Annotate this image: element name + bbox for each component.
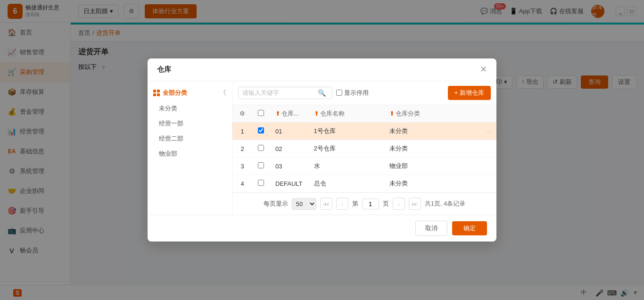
modal-close-button[interactable]: ✕ [480, 65, 487, 74]
col-category[interactable]: ⬆仓库分类 [384, 105, 496, 123]
row-category: 未分类 [389, 144, 408, 153]
warehouse-table: ⚙ ⬆仓库... ⬆仓库名称 ⬆仓库分类 1 01 1号仓库 [232, 105, 496, 193]
next-page-button[interactable]: › [393, 198, 405, 210]
page-number-input[interactable] [362, 199, 379, 209]
per-page-select[interactable]: 50 100 200 [292, 198, 316, 210]
row-index: 1 [232, 122, 252, 140]
modal-overlay[interactable]: 仓库 ✕ 全部分类 《 未分类 经营一部 经营二部 物业部 [0, 0, 644, 300]
tree-item-dept2[interactable]: 经营二部 [148, 131, 232, 146]
col-gear: ⚙ [232, 105, 252, 123]
row-category: 未分类 [389, 127, 408, 135]
modal-body: 全部分类 《 未分类 经营一部 经营二部 物业部 🔍 [148, 81, 496, 215]
show-disabled-checkbox[interactable] [336, 90, 342, 96]
page-label-pre: 第 [352, 200, 358, 208]
row-index: 2 [232, 140, 252, 158]
last-page-button[interactable]: ⏭ [409, 198, 421, 210]
modal-title: 仓库 [157, 65, 171, 74]
collapse-icon[interactable]: 《 [220, 89, 226, 97]
row-checkbox[interactable] [258, 162, 264, 168]
table-row[interactable]: 3 03 水 物业部 [232, 158, 496, 175]
tree-item-unclassified[interactable]: 未分类 [148, 101, 232, 116]
row-name: 水 [308, 158, 384, 175]
row-code: 01 [270, 122, 308, 140]
col-code[interactable]: ⬆仓库... [270, 105, 308, 123]
page-label: 页 [383, 200, 389, 208]
row-checkbox[interactable] [258, 127, 264, 133]
tree-item-dept1[interactable]: 经营一部 [148, 116, 232, 131]
row-name: 1号仓库 [308, 122, 384, 140]
confirm-button[interactable]: 确定 [452, 221, 487, 235]
warehouse-modal: 仓库 ✕ 全部分类 《 未分类 经营一部 经营二部 物业部 [148, 58, 496, 242]
show-disabled-label: 显示停用 [336, 89, 369, 97]
row-code: 03 [270, 158, 308, 175]
col-checkbox [252, 105, 270, 123]
pagination-bar: 每页显示 50 100 200 ⏮ ‹ 第 页 › ⏭ 共1页, 4条记录 [232, 192, 496, 215]
modal-footer: 取消 确定 [148, 215, 496, 242]
row-name: 总仓 [308, 175, 384, 192]
add-warehouse-button[interactable]: + 新增仓库 [448, 86, 491, 100]
table-row[interactable]: 2 02 2号仓库 未分类 [232, 140, 496, 158]
total-info: 共1页, 4条记录 [425, 200, 466, 208]
row-index: 3 [232, 158, 252, 175]
search-wrap: 🔍 [238, 87, 332, 99]
table-header-row: ⚙ ⬆仓库... ⬆仓库名称 ⬆仓库分类 [232, 105, 496, 123]
table-row[interactable]: 4 DEFAULT 总仓 未分类 [232, 175, 496, 192]
per-page-label: 每页显示 [264, 200, 288, 208]
search-input[interactable] [242, 89, 318, 96]
prev-page-button[interactable]: ‹ [336, 198, 348, 210]
table-panel: 🔍 显示停用 + 新增仓库 ⚙ [232, 81, 496, 215]
row-checkbox[interactable] [258, 180, 264, 186]
row-actions[interactable]: ··· [486, 127, 491, 134]
first-page-button[interactable]: ⏮ [320, 198, 332, 210]
all-category-label: 全部分类 [163, 89, 187, 97]
row-index: 4 [232, 175, 252, 192]
row-category: 未分类 [389, 179, 408, 188]
search-icon[interactable]: 🔍 [318, 89, 326, 97]
table-toolbar: 🔍 显示停用 + 新增仓库 [232, 81, 496, 105]
tree-all-category[interactable]: 全部分类 《 [148, 85, 232, 101]
row-code: DEFAULT [270, 175, 308, 192]
table-row[interactable]: 1 01 1号仓库 未分类 ··· [232, 122, 496, 140]
grid-icon [153, 90, 160, 96]
row-code: 02 [270, 140, 308, 158]
cancel-button[interactable]: 取消 [415, 221, 447, 236]
col-name[interactable]: ⬆仓库名称 [308, 105, 384, 123]
select-all-checkbox[interactable] [258, 110, 264, 116]
row-category: 物业部 [389, 162, 408, 170]
tree-item-property[interactable]: 物业部 [148, 146, 232, 161]
data-table: ⚙ ⬆仓库... ⬆仓库名称 ⬆仓库分类 1 01 1号仓库 [232, 105, 496, 193]
row-name: 2号仓库 [308, 140, 384, 158]
modal-header: 仓库 ✕ [148, 58, 496, 81]
category-tree: 全部分类 《 未分类 经营一部 经营二部 物业部 [148, 81, 232, 215]
row-checkbox[interactable] [258, 145, 264, 151]
